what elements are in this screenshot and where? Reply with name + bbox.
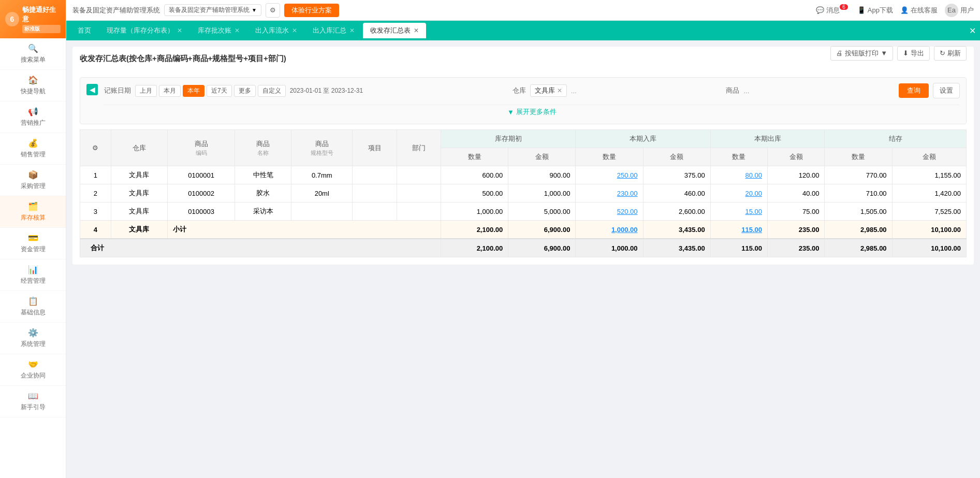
table-row: 3 文具库 0100003 采访本 1,000.00 5,000.00 520.… bbox=[80, 202, 967, 221]
cell-open-qty-2: 1,000.00 bbox=[441, 202, 508, 221]
tab-close-3[interactable]: ✕ bbox=[292, 27, 297, 34]
tab-1[interactable]: 现存量（库存分布表）✕ bbox=[99, 23, 189, 38]
query-button[interactable]: 查询 bbox=[899, 83, 929, 98]
out-qty-link-0[interactable]: 80.00 bbox=[745, 171, 763, 179]
cell-index-1: 2 bbox=[80, 184, 111, 202]
cell-code-2: 0100003 bbox=[168, 202, 235, 221]
tab-close-2[interactable]: ✕ bbox=[235, 27, 240, 34]
user-initials: Ea bbox=[947, 6, 956, 14]
online-service-item[interactable]: 👤 在线客服 bbox=[900, 6, 938, 15]
sidebar-item-basic[interactable]: 📋 基础信息 bbox=[0, 291, 66, 323]
sidebar-item-quicknav[interactable]: 🏠 快捷导航 bbox=[0, 70, 66, 102]
message-item[interactable]: 💬 消息 6 bbox=[816, 6, 850, 15]
sidebar-item-sales[interactable]: 💰 销售管理 bbox=[0, 133, 66, 165]
user-item[interactable]: Ea 用户 bbox=[945, 4, 974, 17]
guide-icon: 📖 bbox=[28, 391, 38, 401]
in-qty-link-1[interactable]: 230.00 bbox=[617, 190, 638, 197]
cell-out-amt-2: 75.00 bbox=[768, 202, 825, 221]
out-qty-link-2[interactable]: 15.00 bbox=[745, 208, 763, 215]
th-name: 商品 名称 bbox=[235, 130, 291, 166]
cell-out-qty-1: 20.00 bbox=[710, 184, 767, 202]
app-logo: 6 畅捷通好生意 标准版 bbox=[0, 0, 66, 38]
sidebar-item-guide[interactable]: 📖 新手引导 bbox=[0, 386, 66, 417]
tab-bar: 首页现存量（库存分布表）✕库存批次账✕出入库流水✕出入库汇总✕收发存汇总表✕✕ bbox=[66, 21, 980, 40]
settings-button[interactable]: 设置 bbox=[933, 83, 960, 98]
sidebar-item-collab[interactable]: 🤝 企业协同 bbox=[0, 354, 66, 386]
app-edition: 标准版 bbox=[22, 25, 61, 33]
sidebar-item-system[interactable]: ⚙️ 系统管理 bbox=[0, 323, 66, 354]
th-in: 本期入库 bbox=[576, 130, 710, 148]
subtotal-out-link[interactable]: 115.00 bbox=[741, 226, 762, 234]
cell-close-qty-1: 710.00 bbox=[825, 184, 892, 202]
tab-label-3: 出入库流水 bbox=[255, 26, 289, 35]
sidebar-item-search[interactable]: 🔍 搜索菜单 bbox=[0, 38, 66, 70]
subtotal-label: 小计 bbox=[168, 221, 441, 239]
tab-close-5[interactable]: ✕ bbox=[414, 27, 419, 34]
tabbar-close-btn[interactable]: ✕ bbox=[969, 26, 976, 36]
date-btn-更多[interactable]: 更多 bbox=[234, 85, 256, 97]
cell-in-amt-2: 2,600.00 bbox=[643, 202, 710, 221]
date-btn-本年[interactable]: 本年 bbox=[183, 85, 204, 97]
tab-4[interactable]: 出入库汇总✕ bbox=[305, 23, 362, 38]
expand-more-btn[interactable]: ▼ 展开更多条件 bbox=[104, 105, 960, 119]
date-btn-本月[interactable]: 本月 bbox=[159, 85, 181, 97]
cell-open-amt-1: 1,000.00 bbox=[508, 184, 576, 202]
warehouse-ellipsis[interactable]: ... bbox=[571, 87, 577, 95]
sidebar-nav: 🔍 搜索菜单 🏠 快捷导航 📢 营销推广 💰 销售管理 📦 采购管理 🗂️ 库存… bbox=[0, 38, 66, 417]
tab-5[interactable]: 收发存汇总表✕ bbox=[363, 23, 426, 38]
refresh-button[interactable]: ↻ 刷新 bbox=[934, 46, 967, 61]
tab-close-1[interactable]: ✕ bbox=[177, 27, 182, 34]
settings-icon[interactable]: ⚙ bbox=[92, 144, 98, 152]
cell-open-amt-2: 5,000.00 bbox=[508, 202, 576, 221]
export-icon: ⬇ bbox=[903, 49, 909, 57]
subtotal-open-amt: 6,900.00 bbox=[508, 221, 576, 239]
cell-code-0: 0100001 bbox=[168, 166, 235, 184]
sidebar-item-operations[interactable]: 📊 经营管理 bbox=[0, 259, 66, 291]
out-qty-link-1[interactable]: 20.00 bbox=[745, 190, 763, 197]
th-in-qty: 数量 bbox=[576, 148, 643, 166]
refresh-label: 刷新 bbox=[947, 49, 961, 58]
tab-2[interactable]: 库存批次账✕ bbox=[191, 23, 247, 38]
th-out: 本期出库 bbox=[710, 130, 825, 148]
trial-button[interactable]: 体验行业方案 bbox=[284, 4, 339, 17]
date-btn-上月[interactable]: 上月 bbox=[135, 85, 157, 97]
date-btn-自定义[interactable]: 自定义 bbox=[258, 85, 286, 97]
subtotal-in-link[interactable]: 1,000.00 bbox=[611, 226, 638, 234]
system-select[interactable]: 装备及固定资产辅助管理系统 ▼ bbox=[164, 4, 261, 16]
table-row: 1 文具库 0100001 中性笔 0.7mm 600.00 900.00 25… bbox=[80, 166, 967, 184]
export-label: 导出 bbox=[911, 49, 924, 58]
quicknav-icon: 🏠 bbox=[28, 75, 38, 85]
in-qty-link-0[interactable]: 250.00 bbox=[617, 171, 638, 179]
sidebar-item-inventory[interactable]: 🗂️ 库存核算 bbox=[0, 196, 66, 228]
main-area: 装备及固定资产辅助管理系统 装备及固定资产辅助管理系统 ▼ ⚙ 体验行业方案 💬… bbox=[66, 0, 980, 478]
in-qty-link-2[interactable]: 520.00 bbox=[617, 208, 638, 215]
th-close-amt: 金额 bbox=[892, 148, 966, 166]
tab-0[interactable]: 首页 bbox=[70, 23, 98, 38]
tab-3[interactable]: 出入库流水✕ bbox=[248, 23, 304, 38]
total-in-qty: 1,000.00 bbox=[576, 239, 643, 257]
th-opening: 库存期初 bbox=[441, 130, 576, 148]
tab-label-2: 库存批次账 bbox=[198, 26, 231, 35]
subtotal-in-qty: 1,000.00 bbox=[576, 221, 643, 239]
gear-button[interactable]: ⚙ bbox=[266, 3, 280, 18]
sidebar-item-marketing[interactable]: 📢 营销推广 bbox=[0, 102, 66, 133]
print-button[interactable]: 🖨 按钮版打印 ▼ bbox=[830, 46, 893, 61]
export-button[interactable]: ⬇ 导出 bbox=[897, 46, 930, 61]
date-btn-近7天[interactable]: 近7天 bbox=[207, 85, 232, 97]
goods-ellipsis[interactable]: ... bbox=[743, 87, 749, 95]
app-download-item[interactable]: 📱 App下载 bbox=[857, 6, 893, 15]
date-buttons: 上月本月本年近7天更多自定义 bbox=[135, 85, 286, 97]
filter-section: 记账日期 上月本月本年近7天更多自定义 2023-01-01 至 2023-12… bbox=[104, 83, 960, 119]
cell-close-qty-0: 770.00 bbox=[825, 166, 892, 184]
th-out-amt: 金额 bbox=[768, 148, 825, 166]
warehouse-tag-remove[interactable]: ✕ bbox=[557, 87, 562, 94]
th-closing: 结存 bbox=[825, 130, 967, 148]
sidebar-item-purchase[interactable]: 📦 采购管理 bbox=[0, 165, 66, 196]
sidebar-label-basic: 基础信息 bbox=[21, 308, 46, 317]
filter-toggle-btn[interactable]: ◀ bbox=[86, 84, 98, 95]
message-label: 消息 bbox=[826, 6, 840, 15]
sidebar-item-finance[interactable]: 💳 资金管理 bbox=[0, 228, 66, 259]
cell-index-0: 1 bbox=[80, 166, 111, 184]
tab-close-4[interactable]: ✕ bbox=[349, 27, 355, 34]
user-label: 用户 bbox=[960, 6, 974, 15]
